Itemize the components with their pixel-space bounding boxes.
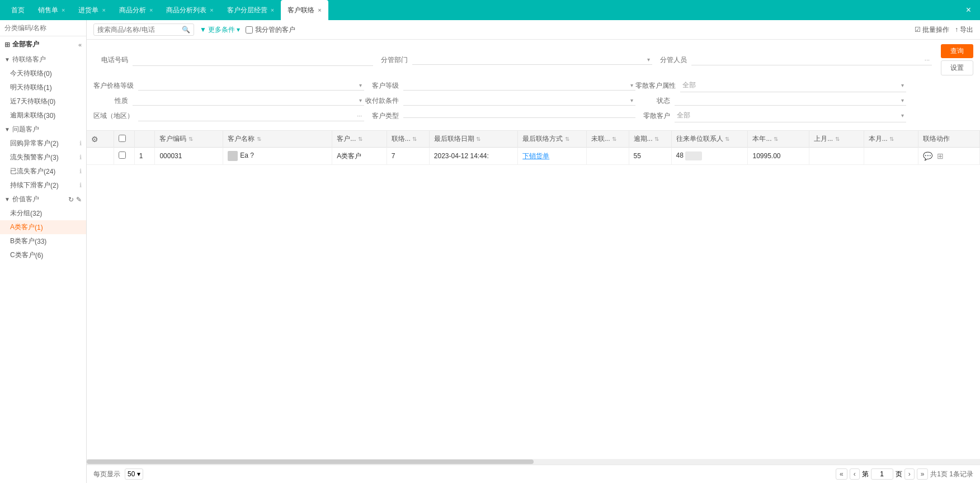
sidebar-search-input[interactable] — [4, 24, 87, 32]
tab-customer-contact[interactable]: 客户联络 × — [281, 0, 328, 20]
dept-select[interactable]: ▾ — [412, 55, 653, 65]
retail-customer-select[interactable]: 全部 ▾ — [675, 109, 906, 122]
filter-retail-customer: 零散客户 全部 ▾ — [635, 109, 906, 122]
th-code[interactable]: 客户编码 ⇅ — [155, 131, 223, 148]
nav-close-all[interactable]: × — [962, 5, 976, 15]
sidebar-item-unclassified[interactable]: 未分组 (32) — [0, 206, 86, 220]
region-select[interactable]: ··· — [138, 111, 364, 121]
sidebar-item-declining[interactable]: 持续下滑客户 (2) ℹ — [0, 178, 86, 192]
retail-attr-select[interactable]: 全部 ▾ — [680, 79, 906, 92]
pending-contact-group[interactable]: ▼ 待联络客户 — [0, 53, 86, 67]
edit-icon[interactable]: ✎ — [76, 196, 82, 203]
select-all-checkbox[interactable] — [119, 135, 126, 142]
th-no-contact[interactable]: 未联... ⇅ — [586, 131, 629, 148]
sort-icon-date: ⇅ — [476, 136, 480, 142]
tab-home[interactable]: 首页 — [4, 0, 31, 20]
th-this-year[interactable]: 本年... ⇅ — [748, 131, 809, 148]
dept-arrow-icon: ▾ — [647, 56, 650, 63]
tab-product-list[interactable]: 商品分析列表 × — [159, 0, 220, 20]
phone-input[interactable] — [133, 54, 373, 66]
horizontal-scrollbar[interactable] — [87, 459, 980, 465]
page-input[interactable] — [871, 468, 893, 480]
problem-customers-group[interactable]: ▼ 问题客户 — [0, 122, 86, 136]
filter-status: 状态 ▾ — [635, 96, 906, 106]
sidebar-item-b-class[interactable]: B类客户 (33) — [0, 234, 86, 248]
tab-customer-segment[interactable]: 客户分层经营 × — [220, 0, 281, 20]
next-page-btn[interactable]: › — [904, 468, 915, 480]
settings-gear-icon[interactable]: ⚙ — [91, 135, 98, 144]
sidebar-item-7days[interactable]: 近7天待联络 (0) — [0, 94, 86, 108]
th-type[interactable]: 客户... ⇅ — [332, 131, 387, 148]
last-page-btn[interactable]: » — [917, 468, 929, 480]
filter-search-input[interactable] — [97, 26, 182, 34]
filter-customer-level: 客户等级 ▾ — [364, 80, 635, 91]
sidebar-item-lost-label: 已流失客户 — [10, 167, 44, 176]
sort-icon-name: ⇅ — [257, 136, 261, 142]
filter-more-btn[interactable]: ▼ 更多条件 ▾ — [200, 25, 240, 35]
tab-sales[interactable]: 销售单 × — [31, 0, 72, 20]
tab-product-analysis[interactable]: 商品分析 × — [112, 0, 159, 20]
refresh-icon[interactable]: ↻ — [68, 196, 74, 203]
contact-method-link[interactable]: 下销货单 — [522, 152, 549, 160]
tab-product-analysis-close[interactable]: × — [149, 7, 153, 13]
table-row: 1 000031 Ea ? A类客户 7 2023-04-12 14:44: 下… — [87, 148, 980, 165]
page-size-select[interactable]: 50 ▾ — [125, 468, 143, 480]
batch-op-btn[interactable]: ☑ 批量操作 — [915, 25, 949, 35]
th-this-month[interactable]: 本月... ⇅ — [864, 131, 918, 148]
tab-purchase[interactable]: 进货单 × — [72, 0, 112, 20]
customer-level-select[interactable]: ▾ — [403, 80, 635, 91]
setting-button[interactable]: 设置 — [941, 60, 973, 75]
sidebar-item-overdue-label: 逾期未联络 — [10, 111, 44, 120]
tab-purchase-close[interactable]: × — [102, 7, 105, 13]
payment-select[interactable]: ▾ — [403, 96, 635, 106]
export-btn[interactable]: ↑ 导出 — [955, 25, 973, 35]
row-checkbox[interactable] — [119, 151, 126, 159]
th-contact[interactable]: 联络... ⇅ — [387, 131, 429, 148]
my-customer-checkbox[interactable] — [246, 26, 253, 34]
th-last-contact-method[interactable]: 最后联络方式 ⇅ — [518, 131, 586, 148]
customer-type-select[interactable] — [403, 114, 635, 118]
sidebar-item-tomorrow[interactable]: 明天待联络 (1) — [0, 80, 86, 94]
tab-sales-close[interactable]: × — [62, 7, 65, 13]
tab-customer-contact-close[interactable]: × — [318, 7, 321, 13]
sidebar-item-lost-warning-count: (3) — [50, 154, 59, 162]
scrollbar-thumb[interactable] — [87, 460, 534, 464]
region-label: 区域（地区） — [93, 111, 138, 121]
th-name[interactable]: 客户名称 ⇅ — [223, 131, 332, 148]
price-level-select[interactable]: ▾ — [138, 80, 364, 91]
first-page-btn[interactable]: « — [836, 468, 847, 480]
prev-page-btn[interactable]: ‹ — [850, 468, 860, 480]
sidebar-item-lost[interactable]: 已流失客户 (24) ℹ — [0, 164, 86, 178]
tab-customer-segment-close[interactable]: × — [271, 7, 274, 13]
value-customers-group[interactable]: ▼ 价值客户 ↻ ✎ — [0, 192, 86, 206]
nature-label: 性质 — [93, 96, 133, 106]
cell-checkbox[interactable] — [114, 148, 135, 165]
sidebar-all-customers-header[interactable]: ⊞ 全部客户 « — [0, 36, 86, 53]
manager-select[interactable]: ··· — [691, 55, 932, 65]
filter-customer-type: 客户类型 — [364, 111, 635, 121]
th-last-contact-date[interactable]: 最后联络日期 ⇅ — [429, 131, 517, 148]
collapse-icon[interactable]: « — [78, 41, 82, 48]
chat-icon[interactable]: 💬 — [923, 151, 932, 160]
sidebar-item-overdue[interactable]: 逾期未联络 (30) — [0, 108, 86, 122]
nature-select[interactable]: ▾ — [133, 96, 364, 106]
sidebar-item-lost-warning[interactable]: 流失预警客户 (3) ℹ — [0, 150, 86, 164]
cell-name: Ea ? — [223, 148, 332, 165]
qr-icon[interactable]: ⊞ — [937, 151, 944, 160]
th-overdue[interactable]: 逾期... ⇅ — [629, 131, 671, 148]
sidebar-item-a-class[interactable]: A类客户 (1) — [0, 220, 86, 234]
th-unit-contact[interactable]: 往来单位联系人 ⇅ — [671, 131, 748, 148]
sidebar-item-abnormal[interactable]: 回购异常客户 (2) ℹ — [0, 136, 86, 150]
sidebar-item-b-class-label: B类客户 — [10, 236, 35, 246]
sidebar-item-c-class[interactable]: C类客户 (6) — [0, 248, 86, 262]
filter-search-icon[interactable]: 🔍 — [182, 26, 190, 34]
query-button[interactable]: 查询 — [941, 44, 973, 58]
tab-product-list-close[interactable]: × — [210, 7, 213, 13]
th-last-month[interactable]: 上月... ⇅ — [809, 131, 864, 148]
sidebar-item-today[interactable]: 今天待联络 (0) — [0, 67, 86, 80]
th-settings[interactable]: ⚙ — [87, 131, 114, 148]
status-select[interactable]: ▾ — [675, 96, 906, 106]
th-checkbox[interactable] — [114, 131, 135, 148]
filter-row-3: 性质 ▾ 收付款条件 ▾ 状态 — [93, 96, 973, 106]
cell-last-contact-method[interactable]: 下销货单 — [518, 148, 586, 165]
